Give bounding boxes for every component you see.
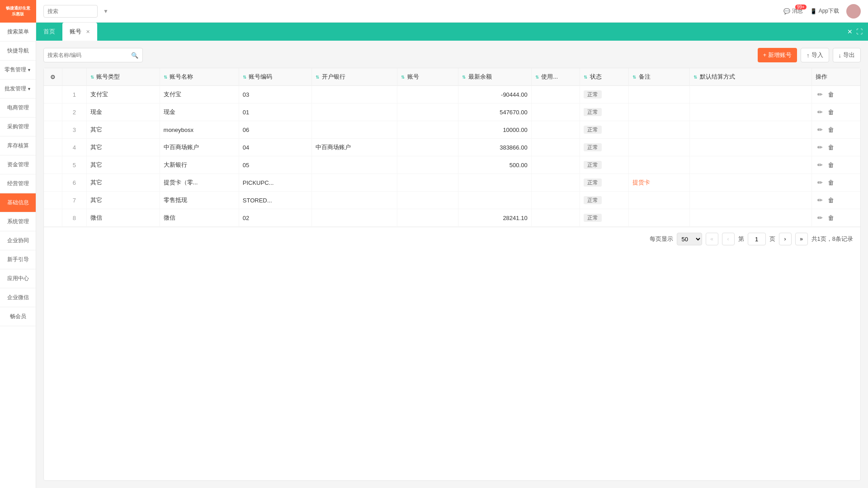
row-status: 正常 bbox=[580, 192, 629, 209]
delete-button[interactable]: 🗑 bbox=[826, 178, 836, 187]
col-account-type[interactable]: ⇅ 账号类型 bbox=[86, 68, 160, 86]
row-default-settlement bbox=[690, 103, 812, 121]
row-account-type: 其它 bbox=[86, 192, 160, 209]
sidebar-item-app-center[interactable]: 应用中心 bbox=[0, 269, 36, 288]
last-page-button[interactable]: » bbox=[795, 233, 808, 245]
row-usage bbox=[531, 86, 580, 103]
tab-account[interactable]: 账号 ✕ bbox=[62, 23, 97, 41]
edit-button[interactable]: ✏ bbox=[816, 143, 825, 152]
sidebar-item-fund[interactable]: 资金管理 bbox=[0, 155, 36, 174]
add-account-button[interactable]: + 新增账号 bbox=[758, 48, 797, 62]
export-button[interactable]: ↓ 导出 bbox=[833, 48, 861, 62]
next-page-button[interactable]: › bbox=[779, 233, 792, 245]
page-size-select[interactable]: 50 10 20 100 bbox=[677, 233, 702, 245]
sidebar-item-search-menu[interactable]: 搜索菜单 bbox=[0, 23, 36, 42]
row-status: 正常 bbox=[580, 86, 629, 103]
top-search-input[interactable] bbox=[43, 5, 98, 18]
row-account-name: 大新银行 bbox=[160, 156, 239, 174]
sidebar-item-purchase[interactable]: 采购管理 bbox=[0, 117, 36, 136]
page-suffix: 页 bbox=[769, 235, 775, 243]
row-usage bbox=[531, 121, 580, 139]
row-balance: 28241.10 bbox=[458, 209, 531, 227]
row-actions: ✏ 🗑 bbox=[811, 139, 860, 156]
sidebar-item-ecommerce[interactable]: 电商管理 bbox=[0, 99, 36, 117]
logo-text: 畅捷通好生意 bbox=[6, 5, 30, 11]
edit-button[interactable]: ✏ bbox=[816, 178, 825, 187]
tab-close-all-icon[interactable]: ✕ bbox=[847, 28, 853, 35]
first-page-button[interactable]: « bbox=[706, 233, 718, 245]
row-remark bbox=[629, 192, 690, 209]
col-account-name[interactable]: ⇅ 账号名称 bbox=[160, 68, 239, 86]
tab-close-icon[interactable]: ✕ bbox=[86, 29, 90, 35]
edit-button[interactable]: ✏ bbox=[816, 196, 825, 205]
sidebar-item-system[interactable]: 系统管理 bbox=[0, 212, 36, 231]
row-account-no bbox=[397, 121, 458, 139]
col-status[interactable]: ⇅ 状态 bbox=[580, 68, 629, 86]
sidebar-item-inventory[interactable]: 库存核算 bbox=[0, 136, 36, 155]
col-balance[interactable]: ⇅ 最新余额 bbox=[458, 68, 531, 86]
search-icon[interactable]: 🔍 bbox=[131, 52, 138, 59]
sidebar-item-guide[interactable]: 新手引导 bbox=[0, 250, 36, 269]
col-open-bank[interactable]: ⇅ 开户银行 bbox=[312, 68, 397, 86]
delete-button[interactable]: 🗑 bbox=[826, 213, 836, 222]
row-num: 7 bbox=[62, 192, 86, 209]
chevron-down-icon: ▼ bbox=[27, 68, 31, 72]
accounts-table: ⚙ ⇅ 账号类型 ⇅ 账号名称 ⇅ 账号编码 bbox=[44, 68, 860, 227]
delete-button[interactable]: 🗑 bbox=[826, 143, 836, 152]
row-balance bbox=[458, 174, 531, 192]
prev-page-button[interactable]: ‹ bbox=[722, 233, 735, 245]
row-account-name: 零售抵现 bbox=[160, 192, 239, 209]
tab-home[interactable]: 首页 bbox=[36, 23, 62, 41]
row-settings bbox=[44, 86, 62, 103]
row-account-code: PICKUPC... bbox=[239, 174, 312, 192]
col-settings[interactable]: ⚙ bbox=[44, 68, 62, 86]
page-size-label: 每页显示 bbox=[650, 235, 673, 243]
row-settings bbox=[44, 156, 62, 174]
row-open-bank bbox=[312, 192, 397, 209]
row-num: 3 bbox=[62, 121, 86, 139]
table-row: 4 其它 中百商场账户 04 中百商场账户 383866.00 正常 ✏ 🗑 bbox=[44, 139, 860, 156]
col-account-no[interactable]: ⇅ 账号 bbox=[397, 68, 458, 86]
row-open-bank bbox=[312, 156, 397, 174]
chevron-icon: ▼ bbox=[103, 8, 108, 14]
message-button[interactable]: 💬 消息 99+ bbox=[783, 7, 803, 15]
delete-button[interactable]: 🗑 bbox=[826, 90, 836, 99]
sidebar-item-retail-mgmt[interactable]: 零售管理 ▼ bbox=[0, 61, 36, 80]
delete-button[interactable]: 🗑 bbox=[826, 160, 836, 169]
sidebar-item-membership[interactable]: 畅会员 bbox=[0, 307, 36, 326]
edit-button[interactable]: ✏ bbox=[816, 213, 825, 222]
sidebar-item-wholesale-mgmt[interactable]: 批发管理 ▼ bbox=[0, 80, 36, 99]
tab-account-label: 账号 bbox=[70, 28, 81, 36]
search-input[interactable] bbox=[47, 52, 131, 58]
delete-button[interactable]: 🗑 bbox=[826, 125, 836, 134]
edit-button[interactable]: ✏ bbox=[816, 125, 825, 134]
pagination: 每页显示 50 10 20 100 « ‹ 第 页 › » 共1页，8条记录 bbox=[44, 227, 860, 251]
tab-bar-right: ✕ ⛶ bbox=[842, 28, 868, 35]
sidebar-item-basic-info[interactable]: 基础信息 bbox=[0, 193, 36, 212]
sidebar-item-operation[interactable]: 经营管理 bbox=[0, 174, 36, 193]
delete-button[interactable]: 🗑 bbox=[826, 108, 836, 117]
import-button[interactable]: ↑ 导入 bbox=[801, 48, 829, 62]
tab-expand-icon[interactable]: ⛶ bbox=[856, 28, 863, 35]
page-label: 第 bbox=[738, 235, 744, 243]
col-default-settlement[interactable]: ⇅ 默认结算方式 bbox=[690, 68, 812, 86]
row-settings bbox=[44, 174, 62, 192]
edit-button[interactable]: ✏ bbox=[816, 108, 825, 117]
import-label: 导入 bbox=[811, 51, 823, 59]
col-usage[interactable]: ⇅ 使用... bbox=[531, 68, 580, 86]
sidebar-item-quick-nav[interactable]: 快捷导航 bbox=[0, 42, 36, 61]
row-account-type: 其它 bbox=[86, 156, 160, 174]
col-account-code[interactable]: ⇅ 账号编码 bbox=[239, 68, 312, 86]
row-account-name: 中百商场账户 bbox=[160, 139, 239, 156]
page-input[interactable] bbox=[748, 233, 766, 245]
sidebar-item-wechat[interactable]: 企业微信 bbox=[0, 288, 36, 307]
app-download-label: App下载 bbox=[819, 7, 839, 15]
sidebar-item-enterprise[interactable]: 企业协同 bbox=[0, 231, 36, 250]
col-remark[interactable]: ⇅ 备注 bbox=[629, 68, 690, 86]
avatar[interactable] bbox=[846, 4, 861, 19]
edit-button[interactable]: ✏ bbox=[816, 90, 825, 99]
app-download-button[interactable]: 📱 App下载 bbox=[810, 7, 839, 15]
edit-button[interactable]: ✏ bbox=[816, 160, 825, 169]
delete-button[interactable]: 🗑 bbox=[826, 196, 836, 205]
table-row: 7 其它 零售抵现 STORED... 正常 ✏ 🗑 bbox=[44, 192, 860, 209]
